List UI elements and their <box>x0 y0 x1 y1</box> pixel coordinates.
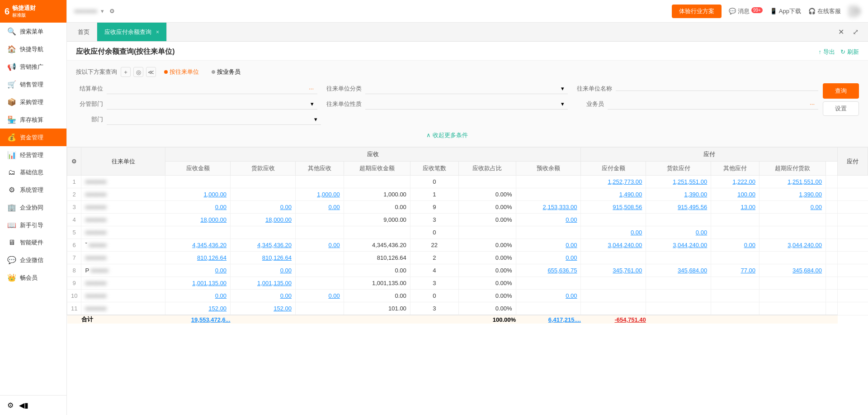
ap-goods[interactable]: 1,251,551.00 <box>646 176 711 188</box>
ar-goods[interactable]: 1,001,135.00 <box>231 277 296 290</box>
ap-other[interactable]: 0.00 <box>711 239 760 252</box>
ap-other[interactable]: 1,222.00 <box>711 176 760 188</box>
scheme-by-salesman[interactable]: 按业务员 <box>207 66 245 78</box>
settlement-dots[interactable]: ··· <box>309 85 314 92</box>
ap-amount[interactable]: 915,508.56 <box>581 201 646 214</box>
footer-prepay[interactable]: 6,417,215.... <box>516 315 581 324</box>
prepay[interactable]: 0.00 <box>516 252 581 264</box>
ar-goods[interactable]: 0.00 <box>231 290 296 302</box>
sidebar-item-finance[interactable]: 💰 资金管理 <box>0 129 66 146</box>
prepay[interactable]: 0.00 <box>516 214 581 226</box>
sidebar-item-marketing[interactable]: 📢 营销推广 <box>0 58 66 76</box>
ar-goods[interactable]: 0.00 <box>231 264 296 277</box>
ap-overdue[interactable]: 345,684.00 <box>759 264 826 277</box>
ar-amount[interactable]: 810,126.64 <box>165 252 231 264</box>
sidebar-item-guide[interactable]: 📖 新手引导 <box>0 216 66 234</box>
collapse-bar[interactable]: ∧ 收起更多条件 <box>76 129 818 141</box>
sidebar-item-hardware[interactable]: 🖥 智能硬件 <box>0 234 66 251</box>
ar-other[interactable]: 0.00 <box>295 239 344 252</box>
trial-button[interactable]: 体验行业方案 <box>672 5 722 18</box>
setting-button[interactable]: 设置 <box>823 101 859 116</box>
ap-overdue[interactable]: 1,390.00 <box>759 188 826 201</box>
edit-scheme-icon[interactable]: ◎ <box>133 67 143 77</box>
ap-other[interactable]: 100.00 <box>711 188 760 201</box>
ar-amount[interactable]: 4,345,436.20 <box>165 239 231 252</box>
unit-category-select[interactable]: ▾ <box>365 83 568 94</box>
footer-ap-amount[interactable]: -654,751.40 <box>581 315 646 324</box>
sidebar-item-member[interactable]: 👑 畅会员 <box>0 269 66 286</box>
tab-close-icon[interactable]: × <box>156 29 159 35</box>
ar-amount[interactable]: 0.00 <box>165 264 231 277</box>
ap-goods[interactable]: 0.00 <box>646 226 711 239</box>
online-service-btn[interactable]: 🎧 在线客服 <box>808 7 841 15</box>
footer-ar-amount[interactable]: 19,553,472,6... <box>165 315 231 324</box>
ap-goods[interactable]: 345,684.00 <box>646 264 711 277</box>
ap-overdue[interactable]: 0.00 <box>759 201 826 214</box>
tab-query[interactable]: 应收应付余额查询 × <box>97 23 167 41</box>
salesman-input[interactable]: ··· <box>608 99 818 110</box>
refresh-btn[interactable]: ↻ 刷新 <box>840 48 859 56</box>
sidebar-item-operations[interactable]: 📊 经营管理 <box>0 146 66 164</box>
ar-amount[interactable]: 1,001,135.00 <box>165 277 231 290</box>
tab-close-all-icon[interactable]: ✕ <box>835 27 846 38</box>
prepay[interactable]: 0.00 <box>516 290 581 302</box>
ar-goods[interactable]: 810,126.64 <box>231 252 296 264</box>
sidebar-item-quick-nav[interactable]: 🏠 快捷导航 <box>0 40 66 58</box>
ap-amount[interactable]: 1,490.00 <box>581 188 646 201</box>
collapse-icon[interactable]: ◀▮ <box>19 401 28 410</box>
unit-name-input[interactable] <box>616 87 818 91</box>
unit-nature-select[interactable]: ▾ <box>365 99 568 110</box>
ap-amount[interactable]: 345,761.00 <box>581 264 646 277</box>
dept-select[interactable]: ▾ <box>107 99 317 110</box>
sidebar-item-system[interactable]: ⚙ 系统管理 <box>0 181 66 199</box>
sidebar-item-enterprise[interactable]: 🏢 企业协同 <box>0 199 66 216</box>
scheme-by-unit[interactable]: 按往来单位 <box>160 66 203 78</box>
ar-amount[interactable]: 152.00 <box>165 302 231 315</box>
sidebar-item-search[interactable]: 🔍 搜索菜单 <box>0 23 66 40</box>
ar-other[interactable]: 0.00 <box>295 201 344 214</box>
ap-goods[interactable]: 3,044,240.00 <box>646 239 711 252</box>
messages-btn[interactable]: 💬 消息 99+ <box>729 7 763 15</box>
salesman-dots[interactable]: ··· <box>810 100 815 107</box>
settings-bottom-icon[interactable]: ⚙ <box>7 401 14 410</box>
ar-amount[interactable]: 0.00 <box>165 290 231 302</box>
ap-overdue[interactable]: 3,044,240.00 <box>759 239 826 252</box>
ap-other[interactable]: 77.00 <box>711 264 760 277</box>
prepay[interactable]: 2,153,333.00 <box>516 201 581 214</box>
ap-overdue[interactable]: 1,251,551.00 <box>759 176 826 188</box>
ar-amount[interactable]: 1,000.00 <box>165 188 231 201</box>
sidebar-item-basic[interactable]: 🗂 基础信息 <box>0 164 66 181</box>
department-select[interactable]: ▾ <box>107 114 321 125</box>
query-button[interactable]: 查询 <box>823 83 859 99</box>
ar-amount[interactable]: 18,000.00 <box>165 214 231 226</box>
sidebar-item-purchase[interactable]: 📦 采购管理 <box>0 93 66 111</box>
ap-other[interactable]: 13.00 <box>711 201 760 214</box>
sidebar-item-inventory[interactable]: 🏪 库存核算 <box>0 111 66 129</box>
ar-other[interactable]: 0.00 <box>295 290 344 302</box>
th-settings[interactable]: ⚙ <box>67 148 81 176</box>
add-scheme-icon[interactable]: + <box>121 67 131 77</box>
ap-goods[interactable]: 915,495.56 <box>646 201 711 214</box>
ar-goods[interactable]: 4,345,436.20 <box>231 239 296 252</box>
prepay[interactable]: 0.00 <box>516 239 581 252</box>
ar-other[interactable]: 1,000.00 <box>295 188 344 201</box>
ap-amount[interactable]: 3,044,240.00 <box>581 239 646 252</box>
ar-goods[interactable]: 152.00 <box>231 302 296 315</box>
settings-icon-header[interactable]: ⚙ <box>109 8 115 14</box>
tab-home[interactable]: 首页 <box>71 23 97 41</box>
tab-fullscreen-icon[interactable]: ⤢ <box>850 27 861 38</box>
ar-goods[interactable]: 18,000.00 <box>231 214 296 226</box>
ap-amount[interactable]: 1,252,773.00 <box>581 176 646 188</box>
ar-goods[interactable]: 0.00 <box>231 201 296 214</box>
settlement-unit-input[interactable]: ··· <box>107 83 317 94</box>
export-btn[interactable]: ↑ 导出 <box>819 48 835 56</box>
ap-goods[interactable]: 1,390.00 <box>646 188 711 201</box>
user-avatar[interactable]: Rit <box>848 5 861 18</box>
sidebar-item-wechat[interactable]: 💬 企业微信 <box>0 251 66 269</box>
ap-amount[interactable]: 0.00 <box>581 226 646 239</box>
sidebar-item-sales[interactable]: 🛒 销售管理 <box>0 76 66 93</box>
prepay[interactable]: 655,636.75 <box>516 264 581 277</box>
app-download-btn[interactable]: 📱 App下载 <box>770 7 801 15</box>
collapse-scheme-icon[interactable]: ≪ <box>146 67 156 77</box>
ar-amount[interactable]: 0.00 <box>165 201 231 214</box>
